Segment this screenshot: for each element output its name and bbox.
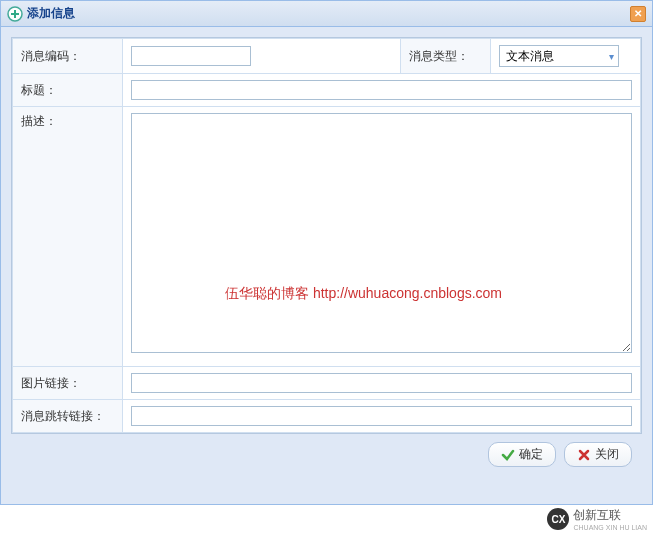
label-desc: 描述： <box>13 107 123 367</box>
dialog-titlebar: 添加信息 ✕ <box>1 1 652 27</box>
title-input[interactable] <box>131 80 632 100</box>
row-msgcode-msgtype: 消息编码： 消息类型： 文本消息 ▾ <box>13 39 641 74</box>
x-icon <box>577 448 591 462</box>
cell-title <box>123 74 641 107</box>
row-imglink: 图片链接： <box>13 367 641 400</box>
cell-msgcode <box>123 39 401 74</box>
dialog-close-button[interactable]: ✕ <box>630 6 646 22</box>
ok-button[interactable]: 确定 <box>488 442 556 467</box>
msgtype-select[interactable]: 文本消息 ▾ <box>499 45 619 67</box>
row-redirect: 消息跳转链接： <box>13 400 641 433</box>
close-button[interactable]: 关闭 <box>564 442 632 467</box>
check-icon <box>501 448 515 462</box>
svg-rect-2 <box>11 13 19 15</box>
imglink-input[interactable] <box>131 373 632 393</box>
dialog-content: 消息编码： 消息类型： 文本消息 ▾ 标题： <box>1 27 652 479</box>
brand-badge: CX <box>547 508 569 530</box>
add-icon <box>7 6 23 22</box>
desc-textarea[interactable] <box>131 113 632 353</box>
redirect-input[interactable] <box>131 406 632 426</box>
brand-sub: CHUANG XIN HU LIAN <box>573 524 647 531</box>
brand-name: 创新互联 <box>573 507 647 524</box>
msgcode-input[interactable] <box>131 46 251 66</box>
row-desc: 描述： <box>13 107 641 367</box>
close-icon: ✕ <box>634 8 642 19</box>
label-title: 标题： <box>13 74 123 107</box>
cell-imglink <box>123 367 641 400</box>
chevron-down-icon: ▾ <box>609 51 614 62</box>
dialog-title: 添加信息 <box>27 5 630 22</box>
label-imglink: 图片链接： <box>13 367 123 400</box>
label-msgcode: 消息编码： <box>13 39 123 74</box>
button-bar: 确定 关闭 <box>11 434 642 469</box>
msgtype-selected: 文本消息 <box>506 48 554 65</box>
cell-desc <box>123 107 641 367</box>
footer-logo: CX 创新互联 CHUANG XIN HU LIAN <box>543 505 651 533</box>
form-panel: 消息编码： 消息类型： 文本消息 ▾ 标题： <box>11 37 642 434</box>
label-redirect: 消息跳转链接： <box>13 400 123 433</box>
cell-msgtype: 文本消息 ▾ <box>491 39 641 74</box>
close-label: 关闭 <box>595 446 619 463</box>
row-title: 标题： <box>13 74 641 107</box>
ok-label: 确定 <box>519 446 543 463</box>
form-table: 消息编码： 消息类型： 文本消息 ▾ 标题： <box>12 38 641 433</box>
dialog-window: 添加信息 ✕ 消息编码： 消息类型： 文本消息 ▾ <box>0 0 653 505</box>
cell-redirect <box>123 400 641 433</box>
label-msgtype: 消息类型： <box>401 39 491 74</box>
